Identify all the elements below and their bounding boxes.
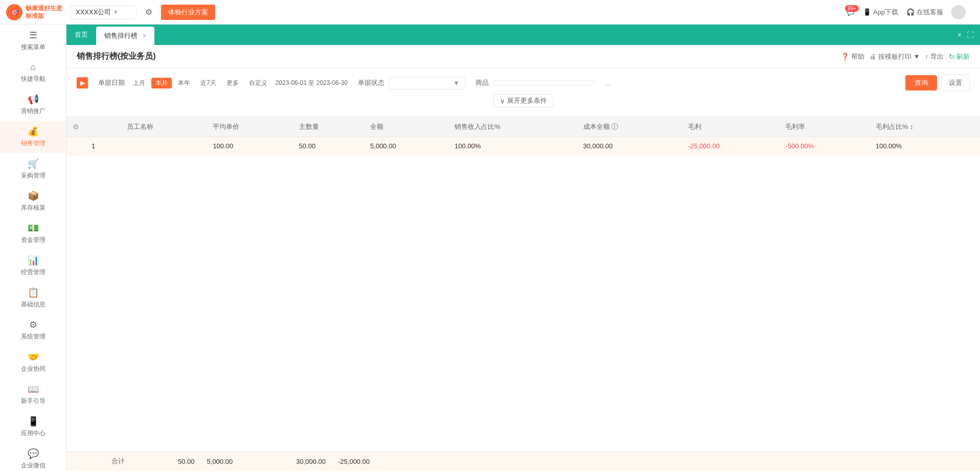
tab-maximize-icon[interactable]: ⛶ bbox=[967, 31, 974, 39]
export-button[interactable]: ↑ 导出 bbox=[925, 52, 944, 61]
query-button[interactable]: 查询 bbox=[905, 75, 937, 91]
table-header-row: ⚙ 员工名称 平均单价 主数量 全额 销售收入占比% 成本全额 ⓘ 毛利 毛利率… bbox=[66, 117, 980, 137]
help-button[interactable]: ❓ 帮助 bbox=[841, 52, 864, 61]
col-gross-ratio: 毛利占比% ↕ bbox=[870, 117, 980, 137]
system-icon: ⚙ bbox=[29, 319, 37, 330]
sidebar-item-quicknav[interactable]: ⌂ 快捷导航 bbox=[0, 57, 66, 88]
expand-row: ∨ 展开更多条件 bbox=[77, 91, 970, 110]
status-label: 单据状态 bbox=[358, 78, 384, 87]
sidebar-item-label: 库存核算 bbox=[21, 204, 45, 212]
date-tab-lastmonth[interactable]: 上月 bbox=[129, 78, 149, 88]
table-row: 1 100.00 50.00 5,000.00 100.00% 30,000.0… bbox=[66, 137, 980, 155]
col-gross: 毛利 bbox=[682, 117, 780, 137]
filter-expand-arrow[interactable]: ▶ bbox=[77, 77, 88, 88]
date-tab-thismonth[interactable]: 本月 bbox=[151, 78, 172, 88]
date-filter: 单据日期 上月 本月 本年 近7天 更多 自定义 2023-06-01 至 20… bbox=[98, 78, 348, 88]
app-logo: 🎯 畅康通好生意 标准版 bbox=[6, 4, 65, 20]
date-tab-custom[interactable]: 自定义 bbox=[245, 78, 271, 88]
print-button[interactable]: 🖨 按模板打印 ▼ bbox=[870, 52, 920, 61]
app-download-button[interactable]: 📱 App下载 bbox=[863, 8, 898, 17]
trial-button[interactable]: 体验行业方案 bbox=[161, 5, 215, 20]
status-filter: 单据状态 ▼ bbox=[358, 77, 465, 89]
sidebar-item-appstore[interactable]: 📱 应用中心 bbox=[0, 411, 66, 443]
help-label: 帮助 bbox=[851, 52, 864, 61]
download-icon: 📱 bbox=[863, 8, 871, 16]
sidebar-item-label: 快捷导航 bbox=[21, 75, 45, 83]
tab-sales-ranking[interactable]: 销售排行榜 × bbox=[96, 27, 154, 45]
sidebar-item-operation[interactable]: 📊 经营管理 bbox=[0, 250, 66, 282]
tab-bar: 首页 销售排行榜 × × ⛶ bbox=[66, 25, 980, 45]
wechat-icon: 💬 bbox=[28, 448, 39, 459]
cell-gross-rate: -500.00% bbox=[779, 137, 869, 155]
expand-more-btn[interactable]: ∨ 展开更多条件 bbox=[493, 94, 554, 107]
sidebar-item-label: 营销推广 bbox=[21, 107, 45, 116]
sidebar-item-label: 系统管理 bbox=[21, 332, 45, 341]
logo-icon: 🎯 bbox=[6, 4, 22, 20]
sidebar-item-wechat[interactable]: 💬 企业微信 bbox=[0, 443, 66, 471]
operation-icon: 📊 bbox=[28, 255, 39, 266]
avatar[interactable] bbox=[951, 5, 966, 19]
company-selector[interactable]: XXXXX公司 ▼ bbox=[70, 5, 136, 19]
help-icon: ❓ bbox=[841, 53, 849, 60]
cell-amount: 5,000.00 bbox=[364, 137, 448, 155]
col-amount: 全额 bbox=[364, 117, 448, 137]
date-tab-more[interactable]: 更多 bbox=[222, 78, 243, 88]
page-header: 销售排行榜(按业务员) ❓ 帮助 🖨 按模板打印 ▼ ↑ 导出 bbox=[66, 45, 980, 69]
company-name: XXXXX公司 bbox=[76, 8, 111, 17]
print-icon: 🖨 bbox=[870, 53, 876, 60]
tab-close-icon[interactable]: × bbox=[143, 32, 146, 39]
sidebar-item-label: 企业协同 bbox=[21, 365, 45, 373]
table-footer: 合计 50.00 5,000.00 30,000.00 -25,000.00 bbox=[66, 451, 980, 471]
refresh-button[interactable]: ↻ 刷新 bbox=[949, 52, 970, 61]
inventory-icon: 📦 bbox=[28, 190, 39, 201]
page-title: 销售排行榜(按业务员) bbox=[77, 51, 156, 62]
sidebar-item-marketing[interactable]: 📢 营销推广 bbox=[0, 88, 66, 121]
cell-gross: -25,000.00 bbox=[682, 137, 780, 155]
sidebar: ☰ 搜索菜单 ⌂ 快捷导航 📢 营销推广 💰 销售管理 🛒 采购管理 📦 库 bbox=[0, 25, 66, 471]
col-avg-price: 平均单价 bbox=[207, 117, 292, 137]
topbar-settings-icon[interactable]: ⚙ bbox=[142, 5, 156, 19]
message-button[interactable]: 💬 99+ 💬 bbox=[847, 8, 855, 16]
sidebar-item-system[interactable]: ⚙ 系统管理 bbox=[0, 314, 66, 346]
page-actions: ❓ 帮助 🖨 按模板打印 ▼ ↑ 导出 ↻ 刷新 bbox=[841, 52, 970, 61]
date-tab-thisyear[interactable]: 本年 bbox=[174, 78, 194, 88]
status-select[interactable]: ▼ bbox=[389, 77, 465, 89]
sidebar-item-label: 资金管理 bbox=[21, 236, 45, 244]
col-name: 员工名称 bbox=[121, 117, 207, 137]
sidebar-item-inventory[interactable]: 📦 库存核算 bbox=[0, 185, 66, 217]
sidebar-item-sales[interactable]: 💰 销售管理 bbox=[0, 121, 66, 153]
date-tab-7days[interactable]: 近7天 bbox=[196, 78, 220, 88]
tab-home[interactable]: 首页 bbox=[66, 25, 96, 45]
expand-label: 展开更多条件 bbox=[507, 96, 547, 105]
cell-gross-ratio: 100.00% bbox=[870, 137, 980, 155]
collab-icon: 🤝 bbox=[28, 351, 39, 363]
sidebar-item-collab[interactable]: 🤝 企业协同 bbox=[0, 346, 66, 378]
sidebar-item-label: 应用中心 bbox=[21, 429, 45, 438]
date-label: 单据日期 bbox=[98, 78, 125, 87]
status-arrow-icon: ▼ bbox=[453, 79, 460, 87]
sidebar-item-label: 新手引导 bbox=[21, 397, 45, 406]
date-tabs: 上月 本月 本年 近7天 更多 自定义 bbox=[129, 78, 271, 88]
print-arrow-icon: ▼ bbox=[914, 53, 920, 60]
sidebar-item-purchase[interactable]: 🛒 采购管理 bbox=[0, 153, 66, 185]
date-range-text: 2023-06-01 至 2023-06-30 bbox=[276, 79, 348, 87]
cell-cost: 30,000.00 bbox=[577, 137, 682, 155]
tab-minimize-icon[interactable]: × bbox=[958, 31, 962, 39]
cell-name bbox=[121, 137, 207, 155]
purchase-icon: 🛒 bbox=[28, 158, 39, 169]
sidebar-item-label: 采购管理 bbox=[21, 171, 45, 180]
sidebar-item-search[interactable]: ☰ 搜索菜单 bbox=[0, 25, 66, 57]
settings-small-button[interactable]: 设置 bbox=[941, 75, 970, 91]
tab-sales-label: 销售排行榜 bbox=[104, 31, 138, 40]
marketing-icon: 📢 bbox=[28, 94, 39, 105]
goods-select[interactable] bbox=[493, 80, 595, 85]
more-filter-btn[interactable]: ... bbox=[605, 79, 611, 87]
refresh-label: 刷新 bbox=[956, 52, 970, 61]
sidebar-item-basics[interactable]: 📋 基础信息 bbox=[0, 282, 66, 314]
sidebar-item-guide[interactable]: 📖 新手引导 bbox=[0, 378, 66, 411]
sales-icon: 💰 bbox=[28, 126, 39, 137]
online-service-button[interactable]: 🎧 在线客服 bbox=[906, 8, 943, 17]
sidebar-item-finance[interactable]: 💵 资金管理 bbox=[0, 217, 66, 250]
tab-home-label: 首页 bbox=[75, 30, 88, 39]
column-settings-icon[interactable]: ⚙ bbox=[73, 123, 79, 131]
